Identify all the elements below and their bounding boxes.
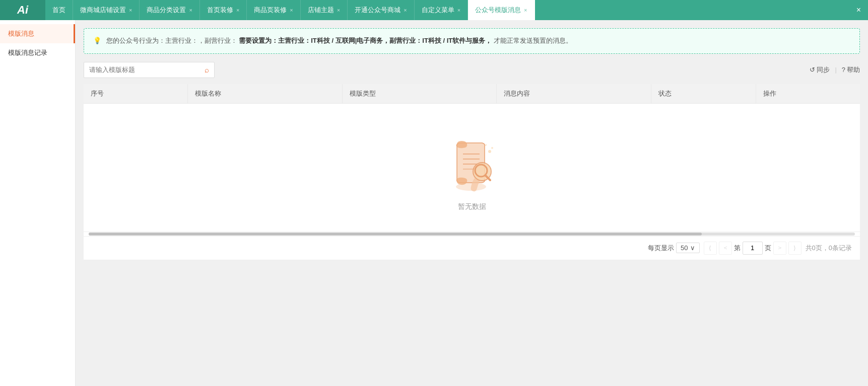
content-area: 💡 您的公众号行业为：主营行业：，副营行业： 需要设置为：主营行业：IT科技 /… (76, 20, 868, 386)
first-page-button[interactable]: ⟨ (704, 242, 717, 255)
page-label-after: 页 (765, 244, 771, 253)
page-size-select: 每页显示 50 ∨ (648, 243, 699, 253)
nav-tab-product-decor[interactable]: 商品页装修× (247, 0, 300, 20)
col-status: 状态 (651, 84, 756, 104)
page-label-before: 第 (734, 244, 741, 253)
svg-point-10 (485, 144, 487, 145)
notice-box: 💡 您的公众号行业为：主营行业：，副营行业： 需要设置为：主营行业：IT科技 /… (84, 28, 860, 54)
col-name: 模版名称 (187, 84, 342, 104)
col-index: 序号 (84, 84, 187, 104)
page-size-dropdown[interactable]: 50 ∨ (676, 243, 699, 253)
nav-tab-template-msg[interactable]: 公众号模版消息× (468, 0, 535, 20)
scrollbar-area[interactable] (84, 231, 860, 236)
empty-icon (442, 134, 502, 194)
empty-text: 暂无数据 (458, 202, 486, 211)
svg-point-9 (491, 147, 493, 149)
prev-page-button[interactable]: ＜ (719, 242, 732, 255)
col-content: 消息内容 (497, 84, 651, 104)
empty-state: 暂无数据 (84, 104, 860, 231)
help-icon: ? (842, 66, 845, 73)
last-page-button[interactable]: ⟩ (788, 242, 802, 255)
scrollbar-track[interactable] (89, 233, 855, 236)
search-icon[interactable]: ⌕ (205, 65, 209, 74)
sync-label: 同步 (817, 65, 830, 74)
top-nav: Ai 首页微商城店铺设置×商品分类设置×首页装修×商品页装修×店铺主题×开通公众… (0, 0, 868, 20)
nav-tabs: 首页微商城店铺设置×商品分类设置×首页装修×商品页装修×店铺主题×开通公众号商城… (45, 0, 849, 20)
col-action: 操作 (756, 84, 860, 104)
close-tab-store-theme[interactable]: × (337, 7, 340, 13)
divider: | (835, 66, 836, 73)
scrollbar-thumb[interactable] (89, 233, 702, 236)
nav-tab-store-theme[interactable]: 店铺主题× (301, 0, 348, 20)
sidebar-item-template-record[interactable]: 模版消息记录 (0, 43, 75, 62)
notice-text-after: 才能正常发送预置的消息。 (494, 37, 572, 44)
page-number-input[interactable] (743, 242, 763, 255)
chevron-down-icon: ∨ (690, 244, 695, 252)
sync-button[interactable]: ↺ 同步 (810, 65, 830, 74)
search-actions: ↺ 同步 | ? 帮助 (810, 65, 860, 74)
table-wrapper: 序号模版名称模版类型消息内容状态操作 (84, 84, 860, 260)
logo: Ai (0, 0, 45, 20)
notice-text-before: 您的公众号行业为：主营行业：，副营行业： (106, 37, 237, 44)
nav-tab-custom-menu[interactable]: 自定义菜单× (415, 0, 468, 20)
close-tab-category-setting[interactable]: × (189, 7, 192, 13)
notice-highlight: 需要设置为：主营行业：IT科技 / 互联网|电子商务，副营行业：IT科技 / I… (239, 37, 492, 44)
sidebar: 模版消息模版消息记录 (0, 20, 76, 386)
close-tab-template-msg[interactable]: × (524, 7, 527, 13)
close-tab-custom-menu[interactable]: × (457, 7, 460, 13)
sidebar-item-template-msg[interactable]: 模版消息 (0, 24, 75, 43)
close-tab-open-mall[interactable]: × (404, 7, 407, 13)
nav-tab-home[interactable]: 首页 (45, 0, 73, 20)
nav-tab-category-setting[interactable]: 商品分类设置× (140, 0, 199, 20)
search-input-wrap[interactable]: ⌕ (84, 62, 215, 78)
page-nav: ⟨ ＜ 第 页 ＞ ⟩ (704, 242, 802, 255)
page-size-label: 每页显示 (648, 244, 674, 253)
search-bar: ⌕ ↺ 同步 | ? 帮助 (84, 62, 860, 78)
close-all-button[interactable]: × (849, 6, 868, 15)
lightbulb-icon: 💡 (93, 37, 101, 44)
help-button[interactable]: ? 帮助 (842, 65, 860, 74)
pagination: 每页显示 50 ∨ ⟨ ＜ 第 页 ＞ ⟩ (84, 236, 860, 260)
nav-tab-shop-setting[interactable]: 微商城店铺设置× (73, 0, 140, 20)
page-size-value: 50 (681, 244, 688, 252)
total-info: 共0页，0条记录 (806, 244, 852, 253)
col-type: 模版类型 (342, 84, 497, 104)
help-label: 帮助 (847, 65, 860, 74)
nav-tab-open-mall[interactable]: 开通公众号商城× (348, 0, 414, 20)
data-table: 序号模版名称模版类型消息内容状态操作 (84, 84, 860, 104)
sync-icon: ↺ (810, 66, 815, 73)
table-header: 序号模版名称模版类型消息内容状态操作 (84, 84, 860, 104)
page-input-area: 第 页 (734, 242, 771, 255)
close-tab-home-decor[interactable]: × (236, 7, 239, 13)
close-tab-product-decor[interactable]: × (290, 7, 293, 13)
svg-point-8 (488, 150, 491, 153)
nav-tab-home-decor[interactable]: 首页装修× (200, 0, 247, 20)
next-page-button[interactable]: ＞ (773, 242, 786, 255)
search-input[interactable] (89, 66, 205, 73)
main-layout: 模版消息模版消息记录 💡 您的公众号行业为：主营行业：，副营行业： 需要设置为：… (0, 20, 868, 386)
close-tab-shop-setting[interactable]: × (129, 7, 132, 13)
